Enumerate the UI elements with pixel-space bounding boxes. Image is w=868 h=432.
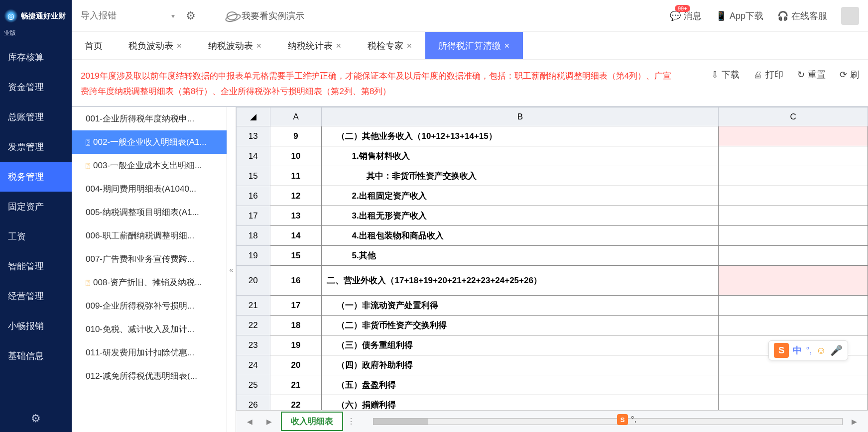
close-icon[interactable]: ✕: [406, 42, 412, 50]
close-icon[interactable]: ✕: [336, 42, 342, 50]
tab[interactable]: 所得税汇算清缴✕: [425, 32, 523, 59]
download-button[interactable]: ⇩下载: [711, 69, 740, 81]
cell[interactable]: [719, 246, 868, 266]
settings-icon[interactable]: ⚙: [0, 405, 72, 432]
cell[interactable]: 3.出租无形资产收入: [322, 206, 719, 226]
cell[interactable]: [719, 296, 868, 316]
sidebar-item[interactable]: 库存核算: [0, 42, 72, 72]
search-input[interactable]: [81, 10, 160, 21]
app-download-button[interactable]: 📱 App下载: [716, 10, 763, 22]
row-header[interactable]: 23: [237, 335, 270, 355]
chevron-down-icon[interactable]: ▾: [171, 12, 175, 20]
message-button[interactable]: 99+ 💬 消息: [670, 10, 702, 22]
close-icon[interactable]: ✕: [176, 42, 182, 50]
sheet-next-icon[interactable]: ▶: [261, 418, 277, 426]
cell[interactable]: [719, 395, 868, 410]
sheet-tab-active[interactable]: 收入明细表: [281, 412, 343, 431]
sidebar-item[interactable]: 固定资产: [0, 192, 72, 221]
form-list-item[interactable]: 009-企业所得税弥补亏损明...: [72, 294, 227, 318]
row-header[interactable]: 16: [237, 186, 270, 206]
cell[interactable]: 4.出租包装物和商品收入: [322, 226, 719, 246]
sidebar-item[interactable]: 税务管理: [0, 162, 72, 192]
cell[interactable]: [719, 316, 868, 335]
cell[interactable]: 13: [270, 206, 322, 226]
row-header[interactable]: 22: [237, 316, 270, 335]
tab[interactable]: 首页: [72, 32, 116, 59]
cell[interactable]: 19: [270, 335, 322, 355]
close-icon[interactable]: ✕: [504, 42, 510, 50]
form-list-item[interactable]: ⍰003-一般企业成本支出明细...: [72, 154, 227, 177]
sheet-prev-icon[interactable]: ◀: [242, 418, 257, 426]
cell[interactable]: （四）政府补助利得: [322, 355, 719, 375]
select-all-corner[interactable]: ◢: [237, 108, 270, 126]
row-header[interactable]: 15: [237, 166, 270, 186]
cell[interactable]: [719, 166, 868, 186]
cell[interactable]: [719, 146, 868, 166]
sidebar-item[interactable]: 发票管理: [0, 132, 72, 162]
sheet-scroll-right-icon[interactable]: ▶: [847, 418, 862, 426]
cell[interactable]: （二）非货币性资产交换利得: [322, 316, 719, 335]
sidebar-item[interactable]: 小畅报销: [0, 311, 72, 341]
cell[interactable]: 其中：非货币性资产交换收入: [322, 166, 719, 186]
cell[interactable]: 17: [270, 296, 322, 316]
tab[interactable]: 税检专家✕: [355, 32, 425, 59]
column-header[interactable]: C: [719, 108, 868, 126]
form-list-item[interactable]: 006-职工薪酬纳税调整明细...: [72, 224, 227, 247]
cell[interactable]: 14: [270, 226, 322, 246]
cell[interactable]: 9: [270, 126, 322, 146]
ime-lang[interactable]: 中: [793, 344, 802, 356]
reset-button[interactable]: ↻重置: [797, 69, 826, 81]
form-list-item[interactable]: 001-企业所得税年度纳税申...: [72, 107, 227, 130]
ime-toolbar[interactable]: S 中 °, ☺ 🎤: [768, 340, 848, 360]
demo-link[interactable]: 我要看实例演示: [227, 10, 304, 22]
cell[interactable]: （六）捐赠利得: [322, 395, 719, 410]
form-list-item[interactable]: 012-减免所得税优惠明细表(...: [72, 364, 227, 388]
avatar[interactable]: [841, 7, 859, 25]
cell[interactable]: （三）债务重组利得: [322, 335, 719, 355]
column-header[interactable]: A: [270, 108, 322, 126]
cell[interactable]: （一）非流动资产处置利得: [322, 296, 719, 316]
cell[interactable]: （二）其他业务收入（10+12+13+14+15）: [322, 126, 719, 146]
cell[interactable]: [719, 375, 868, 395]
cell[interactable]: 20: [270, 355, 322, 375]
row-header[interactable]: 20: [237, 266, 270, 296]
cell[interactable]: 15: [270, 246, 322, 266]
cell[interactable]: [719, 206, 868, 226]
sidebar-item[interactable]: 经营管理: [0, 281, 72, 311]
cell[interactable]: 二、营业外收入（17+18+19+20+21+22+23+24+25+26）: [322, 266, 719, 296]
sidebar-item[interactable]: 基础信息: [0, 341, 72, 371]
cell[interactable]: [719, 226, 868, 246]
cell[interactable]: 5.其他: [322, 246, 719, 266]
print-button[interactable]: 🖨打印: [753, 69, 783, 81]
cell[interactable]: 1.销售材料收入: [322, 146, 719, 166]
row-header[interactable]: 26: [237, 395, 270, 410]
tab[interactable]: 纳税波动表✕: [195, 32, 275, 59]
collapse-handle[interactable]: «: [227, 107, 236, 432]
refresh-button[interactable]: ⟳刷: [840, 69, 859, 81]
sidebar-item[interactable]: 智能管理: [0, 251, 72, 281]
cell[interactable]: 12: [270, 186, 322, 206]
cell[interactable]: [719, 186, 868, 206]
cell[interactable]: [719, 266, 868, 296]
ime-emoji-icon[interactable]: ☺: [816, 345, 826, 356]
row-header[interactable]: 21: [237, 296, 270, 316]
form-list-item[interactable]: ⍰002-一般企业收入明细表(A1...: [72, 130, 227, 154]
sidebar-item[interactable]: 资金管理: [0, 72, 72, 102]
row-header[interactable]: 25: [237, 375, 270, 395]
form-list-item[interactable]: 010-免税、减计收入及加计...: [72, 318, 227, 341]
row-header[interactable]: 18: [237, 226, 270, 246]
cell[interactable]: 21: [270, 375, 322, 395]
row-header[interactable]: 14: [237, 146, 270, 166]
sidebar-item[interactable]: 总账管理: [0, 102, 72, 132]
column-header[interactable]: B: [322, 108, 719, 126]
row-header[interactable]: 24: [237, 355, 270, 375]
cell[interactable]: 16: [270, 266, 322, 296]
close-icon[interactable]: ✕: [256, 42, 262, 50]
cell[interactable]: [719, 126, 868, 146]
sheet-more-icon[interactable]: ⋮: [347, 417, 364, 426]
ime-mini[interactable]: S °,: [617, 414, 636, 425]
form-list-item[interactable]: 004-期间费用明细表(A1040...: [72, 177, 227, 201]
form-list-item[interactable]: 007-广告费和业务宣传费跨...: [72, 247, 227, 271]
settings-gear-icon[interactable]: ⚙: [186, 9, 196, 22]
horizontal-scrollbar[interactable]: [373, 418, 843, 425]
